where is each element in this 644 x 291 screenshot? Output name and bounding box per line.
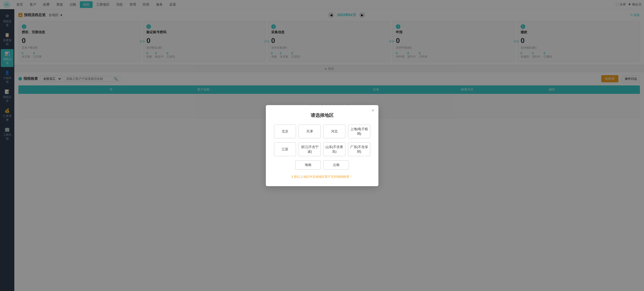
region-btn-row3-0[interactable]: 海南 xyxy=(295,160,321,170)
info-icon: ℹ xyxy=(292,175,293,178)
region-btn-row2-0[interactable]: 江苏 xyxy=(274,142,296,156)
region-row3: 海南云南 xyxy=(274,160,370,170)
region-btn-row2-2[interactable]: 山东(不含青岛) xyxy=(323,142,346,156)
modal-title: 请选择地区 xyxy=(274,112,370,118)
region-btn-row2-1[interactable]: 浙江(不含宁波) xyxy=(299,142,321,156)
region-btn-row1-1[interactable]: 天津 xyxy=(299,125,321,138)
region-row2: 江苏浙江(不含宁波)山东(不含青岛)广东(不含深圳) xyxy=(274,142,370,156)
region-btn-row1-3[interactable]: 上海(电子税局) xyxy=(348,125,370,138)
region-note-text: 除以上地区外其他地区暂不支持报税检查！ xyxy=(294,175,352,179)
modal-close-btn[interactable]: × xyxy=(372,108,374,113)
modal-overlay[interactable]: × 请选择地区 北京天津河北上海(电子税局) 江苏浙江(不含宁波)山东(不含青岛… xyxy=(0,0,644,291)
region-btn-row1-0[interactable]: 北京 xyxy=(274,125,296,138)
region-btn-row3-1[interactable]: 云南 xyxy=(323,160,349,170)
region-btn-row1-2[interactable]: 河北 xyxy=(323,125,346,138)
region-note: ℹ 除以上地区外其他地区暂不支持报税检查！ xyxy=(274,175,370,179)
region-row1: 北京天津河北上海(电子税局) xyxy=(274,125,370,138)
region-modal: × 请选择地区 北京天津河北上海(电子税局) 江苏浙江(不含宁波)山东(不含青岛… xyxy=(266,105,378,186)
region-btn-row2-3[interactable]: 广东(不含深圳) xyxy=(348,142,370,156)
